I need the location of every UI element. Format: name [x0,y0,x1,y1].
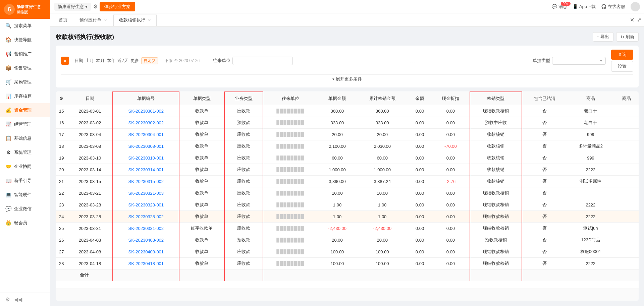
filter-row: » 日期 上月 本月 本年 近7天 更多 自定义 不限 至 2023-07-26 [61,50,633,72]
col-bill-amount-header: 单据金额 [318,92,357,105]
tab-maximize-btn[interactable]: ⤢ [637,17,641,23]
table-row[interactable]: 18 2023-03-08 SK-20230308-001 收款单 应收款 ██… [56,140,639,152]
bill-no-link[interactable]: SK-20230315-002 [128,179,164,184]
cell-no: 17 [56,129,67,140]
expand-more-btn[interactable]: ▾ 展开更多条件 [61,74,633,83]
custom-date-btn[interactable]: 自定义 [141,57,158,64]
sidebar-item-搜索菜单[interactable]: 🔍搜索菜单 [0,19,50,33]
bill-no-link[interactable]: SK-20230304-001 [128,132,164,137]
cell-include-settled: 否 [522,187,567,199]
table-row[interactable]: 24 2023-03-28 SK-20230328-002 收款单 应收款 ██… [56,211,639,223]
cell-writeoff-type: 现结收款核销 [470,258,522,269]
export-btn[interactable]: ↑ 导出 [593,32,614,42]
user-avatar[interactable] [631,2,640,11]
tab-home[interactable]: 首页 [53,14,73,26]
settings-icon[interactable]: ⚙ [5,296,10,303]
table-container[interactable]: ⚙ 日期 单据编号 单据类型 业务类型 往来单位 单据金额 累计核销金额 余额 … [56,91,639,289]
bill-no-link[interactable]: SK-20230403-002 [128,238,164,243]
table-row[interactable]: 28 2023-04-18 SK-20230418-001 收款单 应收款 ██… [56,258,639,269]
bill-no-link[interactable]: SK-20230328-001 [128,202,164,207]
bill-no-link[interactable]: SK-20230328-002 [128,214,164,219]
cell-biz-type: 应收款 [224,129,263,140]
refresh-icon: ↻ [621,35,624,40]
cell-bill-no: SK-20230331-002 [113,223,179,234]
cell-biz-type: 应收款 [224,187,263,199]
last-7-days-link[interactable]: 近7天 [117,58,128,64]
cell-balance: 0.00 [408,164,432,176]
table-row[interactable]: 23 2023-03-28 SK-20230328-001 收款单 应收款 ██… [56,199,639,211]
cell-cash-discount: 0.00 [432,187,470,199]
topbar-gear-icon[interactable]: ⚙ [93,3,98,10]
sidebar-item-销售管理[interactable]: 📦销售管理 [0,61,50,75]
counterpart-input[interactable] [232,57,293,65]
cell-cash-discount: -2.76 [432,176,470,187]
bill-no-link[interactable]: SK-20230418-001 [128,261,164,266]
bill-no-link[interactable]: SK-20230321-003 [128,191,164,196]
sidebar-item-资金管理[interactable]: 💰资金管理 [0,103,50,117]
table-row[interactable]: 26 2023-04-03 SK-20230403-002 收款单 预收款 ██… [56,234,639,246]
table-row[interactable]: 21 2023-03-15 SK-20230315-002 收款单 应收款 ██… [56,176,639,187]
sidebar-item-畅会员[interactable]: 👑畅会员 [0,216,50,230]
this-year-link[interactable]: 本年 [107,58,115,64]
tab-writeoff-close[interactable]: ✕ [148,18,151,22]
sidebar-item-label: 资金管理 [14,107,32,113]
bill-no-link[interactable]: SK-20230310-001 [128,156,164,161]
last-month-link[interactable]: 上月 [85,58,94,64]
cell-include-settled: 否 [522,105,567,117]
sidebar-item-营销推广[interactable]: 📢营销推广 [0,47,50,61]
sidebar-item-企业微信[interactable]: 💬企业微信 [0,202,50,216]
this-month-link[interactable]: 本月 [96,58,105,64]
app-name: 畅康道好生意 标推版 [17,4,41,14]
refresh-btn[interactable]: ↻ 刷新 [616,32,639,42]
messages-btn[interactable]: 💬 消息 99+ [552,4,567,10]
collapse-icon[interactable]: ◀◀ [14,296,22,303]
table-row[interactable]: 27 2023-04-08 SK-20230408-001 收款单 应收款 ██… [56,246,639,258]
col-goods-header: 商品 [567,92,614,105]
solution-btn[interactable]: 体验行业方案 [100,2,135,11]
tabbar-actions: ✕ ⤢ [630,17,641,23]
online-service-btn[interactable]: 🎧 在线客服 [601,4,625,10]
query-btn[interactable]: 查询 [611,50,633,60]
cell-writeoff-type: 现结收款核销 [470,211,522,223]
more-dates-link[interactable]: 更多 [130,58,139,64]
table-row[interactable]: 16 2023-03-02 SK-20230302-002 收款单 预收款 ██… [56,117,639,129]
sidebar-item-企业协同[interactable]: 🤝企业协同 [0,160,50,174]
bill-no-link[interactable]: SK-20230331-002 [128,226,164,231]
table-row[interactable]: 20 2023-03-14 SK-20230314-001 收款单 应收款 ██… [56,164,639,176]
sidebar-item-基础信息[interactable]: 📋基础信息 [0,131,50,145]
col-settings-header[interactable]: ⚙ [56,92,67,105]
topbar-dropdown[interactable]: 畅康道好生意 ▾ [54,3,91,11]
bill-no-link[interactable]: SK-20230302-002 [128,120,164,125]
filter-toggle-btn[interactable]: » [61,57,69,65]
table-row[interactable]: 22 2023-03-21 SK-20230321-003 收款单 应收款 ██… [56,187,639,199]
app-download-btn[interactable]: 📱 App下载 [573,4,596,10]
tab-writeoff[interactable]: 收款核销执行 ✕ [113,14,157,26]
bill-type-select[interactable]: ▾ [552,57,606,65]
bill-no-link[interactable]: SK-20230301-002 [128,109,164,114]
table-row[interactable]: 25 2023-03-31 SK-20230331-002 红字收款单 应收款 … [56,223,639,234]
tab-prepay-close[interactable]: ✕ [104,18,107,22]
sidebar-item-系统管理[interactable]: ⚙系统管理 [0,145,50,160]
sidebar-item-智能硬件[interactable]: 💻智能硬件 [0,188,50,202]
sidebar-item-库存核算[interactable]: 📊库存核算 [0,89,50,103]
table-row[interactable]: 15 2023-03-01 SK-20230301-002 收款单 应收款 ██… [56,105,639,117]
tab-close-all-btn[interactable]: ✕ [630,17,634,23]
cell-goods: 2222 [567,211,614,223]
cell-bill-amount: 2,100.00 [318,140,357,152]
tab-prepay[interactable]: 预付应付单 ✕ [74,14,113,26]
bill-no-link[interactable]: SK-20230308-001 [128,144,164,149]
page-actions: ↑ 导出 ↻ 刷新 [593,32,639,42]
bill-no-link[interactable]: SK-20230314-001 [128,167,164,172]
app-logo-icon: 6 [4,4,15,15]
col-date-header: 日期 [67,92,113,105]
table-row[interactable]: 19 2023-03-10 SK-20230310-001 收款单 应收款 ██… [56,152,639,164]
cell-bill-type: 收款单 [179,258,224,269]
sidebar-item-采购管理[interactable]: 🛒采购管理 [0,75,50,89]
sidebar-item-经营管理[interactable]: 📈经营管理 [0,117,50,131]
bill-no-link[interactable]: SK-20230408-001 [128,249,164,254]
sidebar-item-新手引导[interactable]: 📖新手引导 [0,174,50,188]
setting-btn[interactable]: 设置 [611,61,633,72]
table-row[interactable]: 17 2023-03-04 SK-20230304-001 收款单 应收款 ██… [56,129,639,140]
cell-writeoff-type: 收款核销 [470,152,522,164]
sidebar-item-快捷导航[interactable]: 🏠快捷导航 [0,33,50,47]
